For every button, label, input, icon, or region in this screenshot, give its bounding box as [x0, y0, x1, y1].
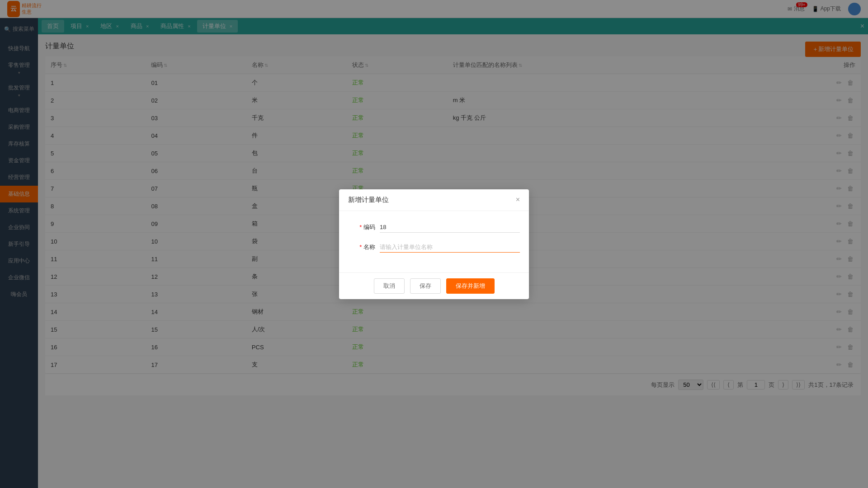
add-unit-modal: 新增计量单位 × 编码 名称 取消 保存 保存并新增: [339, 189, 529, 299]
modal-body: 编码 名称: [339, 211, 529, 272]
modal-title: 新增计量单位: [348, 196, 389, 204]
name-label: 名称: [348, 243, 375, 251]
save-and-new-button[interactable]: 保存并新增: [446, 278, 495, 294]
code-form-row: 编码: [348, 222, 520, 233]
modal-footer: 取消 保存 保存并新增: [339, 272, 529, 299]
save-button[interactable]: 保存: [410, 278, 441, 294]
modal-close-btn[interactable]: ×: [516, 196, 520, 204]
code-label: 编码: [348, 223, 375, 231]
modal-header: 新增计量单位 ×: [339, 189, 529, 211]
code-input[interactable]: [380, 222, 520, 233]
cancel-button[interactable]: 取消: [374, 278, 405, 294]
modal-overlay: 新增计量单位 × 编码 名称 取消 保存 保存并新增: [0, 0, 868, 488]
name-form-row: 名称: [348, 242, 520, 253]
name-input[interactable]: [380, 242, 520, 253]
